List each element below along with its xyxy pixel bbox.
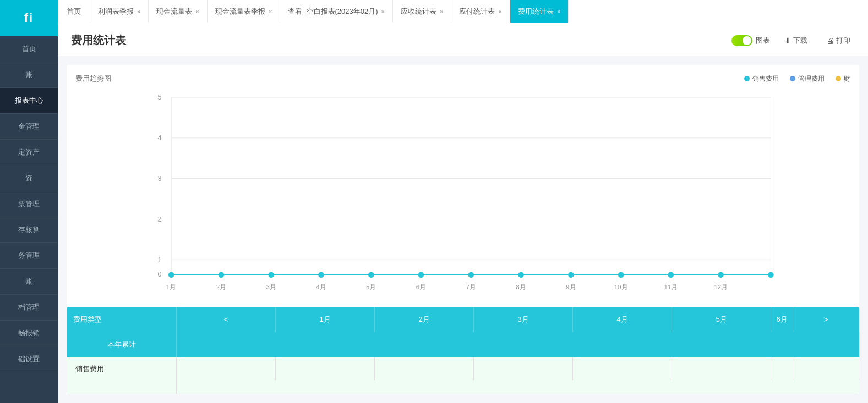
sidebar-item-inventory[interactable]: 存核算 (0, 217, 58, 243)
table-header-type: 费用类型 (67, 307, 177, 332)
svg-point-25 (768, 272, 774, 278)
table-cell-m5 (672, 357, 771, 380)
svg-text:3月: 3月 (266, 283, 276, 290)
table-cell-m6 (771, 357, 793, 380)
tab-close-receivable[interactable]: × (440, 8, 443, 15)
legend-label-mgmt: 管理费用 (798, 74, 825, 84)
tab-payable[interactable]: 应付统计表 × (451, 0, 510, 23)
sidebar-item-service-mgmt[interactable]: 务管理 (0, 243, 58, 269)
tab-close-payable[interactable]: × (498, 8, 501, 15)
sidebar-logo: fi (0, 0, 58, 36)
svg-text:1月: 1月 (166, 283, 176, 290)
legend-dot-mgmt (790, 76, 795, 81)
svg-point-14 (219, 272, 225, 278)
chart-toggle[interactable] (731, 35, 752, 46)
nav-next-icon[interactable]: > (821, 315, 830, 324)
svg-point-21 (568, 272, 574, 278)
tab-cashflow[interactable]: 现金流量表 × (149, 0, 207, 23)
tab-close-profit-quarterly[interactable]: × (137, 8, 140, 15)
svg-point-18 (418, 272, 424, 278)
table-cell-nav (177, 357, 276, 380)
page-title: 费用统计表 (71, 33, 126, 48)
svg-point-13 (168, 272, 174, 278)
table-cell-type: 销售费用 (67, 357, 177, 380)
sidebar-item-file-mgmt[interactable]: 档管理 (0, 295, 58, 321)
tab-expense-stats[interactable]: 费用统计表 × (510, 0, 569, 23)
tab-profit-quarterly[interactable]: 利润表季报 × (90, 0, 149, 23)
svg-point-16 (318, 272, 324, 278)
svg-text:5月: 5月 (366, 283, 376, 290)
table-section: 费用类型 < 1月 2月 3月 4月 5月 (67, 307, 859, 394)
table-cell-m1 (276, 357, 375, 380)
tab-cashflow-quarterly[interactable]: 现金流量表季报 × (208, 0, 280, 23)
svg-point-20 (518, 272, 524, 278)
sidebar-item-home[interactable]: 首页 (0, 36, 58, 62)
table-header-m1: 1月 (276, 307, 375, 332)
table-row: 销售费用 (67, 357, 859, 394)
print-icon: 🖨 (826, 36, 834, 45)
sidebar-item-report-center[interactable]: 报表中心 (0, 88, 58, 114)
legend-dot-sales (744, 76, 750, 81)
svg-text:2: 2 (157, 216, 161, 223)
sidebar-item-sales-return[interactable]: 畅报销 (0, 321, 58, 346)
tab-close-cashflow[interactable]: × (195, 8, 199, 15)
main-area: 首页 利润表季报 × 现金流量表 × 现金流量表季报 × 查看_空白报表(202… (58, 0, 868, 403)
svg-text:8月: 8月 (516, 283, 526, 290)
tab-receivable[interactable]: 应收统计表 × (393, 0, 451, 23)
svg-text:0: 0 (157, 270, 161, 278)
svg-text:11月: 11月 (664, 283, 678, 290)
legend-label-sales: 销售费用 (752, 74, 779, 84)
svg-text:10月: 10月 (614, 283, 628, 290)
chart-toggle-label: 图表 (756, 36, 770, 46)
chart-header: 费用趋势图 销售费用 管理费用 财 (75, 74, 850, 84)
svg-text:4月: 4月 (316, 283, 326, 290)
sidebar-item-basic-settings[interactable]: 础设置 (0, 346, 58, 372)
tab-close-cashflow-quarterly[interactable]: × (269, 8, 272, 15)
table-header-total: 本年累计 (67, 332, 177, 357)
sidebar-item-investment[interactable]: 资 (0, 165, 58, 191)
table-header-nav-prev[interactable]: < (177, 307, 276, 332)
legend-finance-cost: 财 (836, 74, 850, 84)
chart-section: 费用趋势图 销售费用 管理费用 财 (67, 65, 859, 307)
svg-text:4: 4 (157, 134, 161, 142)
svg-text:9月: 9月 (566, 283, 576, 290)
svg-point-19 (468, 272, 474, 278)
chart-svg: 5 4 3 2 1 0 (75, 89, 850, 298)
table-cell-m2 (375, 357, 474, 380)
table-header-row: 费用类型 < 1月 2月 3月 4月 5月 (67, 307, 859, 357)
page-header: 费用统计表 图表 ⬇ 下载 🖨 打印 (58, 23, 868, 56)
table-cell-m4 (573, 357, 672, 380)
tab-close-blank-report[interactable]: × (381, 8, 385, 15)
table-header-m5: 5月 (672, 307, 771, 332)
download-button[interactable]: ⬇ 下载 (780, 34, 812, 48)
sidebar-item-ledger[interactable]: 账 (0, 62, 58, 88)
table-cell-nav2 (793, 357, 859, 380)
svg-point-17 (368, 272, 374, 278)
sidebar-item-invoice-mgmt[interactable]: 票管理 (0, 191, 58, 217)
sidebar-item-fund-mgmt[interactable]: 金管理 (0, 114, 58, 140)
nav-prev-icon[interactable]: < (221, 315, 230, 324)
table-header-m4: 4月 (573, 307, 672, 332)
legend-sales-cost: 销售费用 (744, 74, 779, 84)
svg-point-24 (718, 272, 724, 278)
tab-close-expense-stats[interactable]: × (557, 8, 560, 15)
svg-text:6月: 6月 (416, 283, 426, 290)
svg-rect-12 (171, 97, 771, 275)
chart-toggle-wrap: 图表 (731, 35, 770, 46)
legend-dot-finance (836, 76, 841, 81)
svg-text:1: 1 (157, 256, 161, 264)
table-header-m2: 2月 (375, 307, 474, 332)
sidebar-item-fixed-assets[interactable]: 定资产 (0, 140, 58, 165)
header-actions: 图表 ⬇ 下载 🖨 打印 (731, 34, 855, 48)
table-cell-m3 (474, 357, 573, 380)
svg-text:3: 3 (157, 175, 161, 183)
tab-home[interactable]: 首页 (58, 0, 90, 23)
chart-legend: 销售费用 管理费用 财 (744, 74, 850, 84)
print-button[interactable]: 🖨 打印 (822, 34, 855, 48)
table-header-nav-next[interactable]: > (793, 307, 859, 332)
tab-bar: 首页 利润表季报 × 现金流量表 × 现金流量表季报 × 查看_空白报表(202… (58, 0, 868, 23)
tab-blank-report[interactable]: 查看_空白报表(2023年02月) × (280, 0, 393, 23)
svg-point-23 (668, 272, 674, 278)
sidebar-item-sub-ledger[interactable]: 账 (0, 269, 58, 295)
chart-title: 费用趋势图 (75, 74, 111, 84)
